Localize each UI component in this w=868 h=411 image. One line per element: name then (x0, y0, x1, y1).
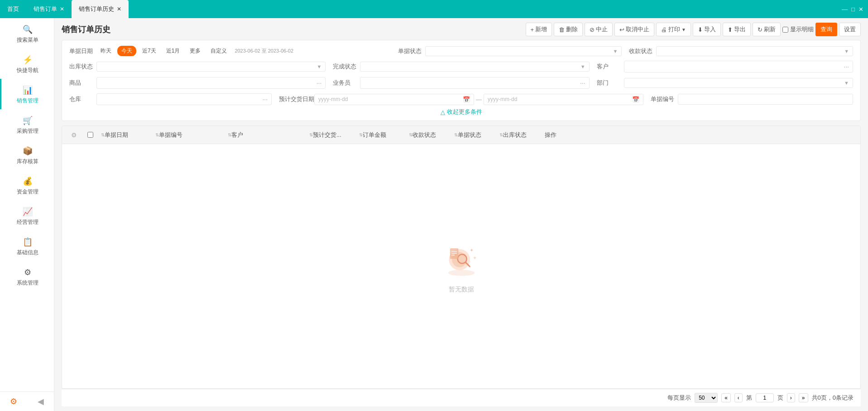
select-all-checkbox[interactable] (87, 132, 93, 138)
completion-status-dropdown[interactable]: ▼ (360, 62, 589, 72)
new-button[interactable]: + 新增 (526, 23, 552, 36)
th-checkbox[interactable] (82, 128, 98, 141)
settings-button[interactable]: 设置 (839, 23, 861, 36)
content-area: 销售订单历史 + 新增 🗑 删除 ⊘ 中止 ↩ 取消中止 (54, 18, 868, 411)
top-bar-right: — □ ✕ (842, 6, 868, 13)
filter-item-date: 单据日期 昨天 今天 近7天 近1月 更多 自定义 2023-06-02 至 2… (69, 46, 398, 56)
warehouse-label: 仓库 (69, 95, 96, 103)
sidebar-item-system[interactable]: ⚙ 系统管理 (0, 261, 54, 291)
tab-sales-order-history[interactable]: 销售订单历史 ✕ (72, 0, 129, 18)
table-footer: 每页显示 20 50 100 « ‹ 第 页 › » 共0页，0条记录 (62, 389, 861, 406)
salesperson-input[interactable]: ··· (360, 77, 589, 89)
next-page-btn[interactable]: › (787, 393, 795, 402)
first-page-btn[interactable]: « (721, 393, 731, 402)
import-button[interactable]: ⬇ 导入 (693, 23, 721, 36)
empty-illustration: ✦ ✦ (439, 239, 484, 280)
sidebar: 🔍 搜索菜单 ⚡ 快捷导航 📊 销售管理 🛒 采购管理 📦 库存核算 💰 资金管… (0, 18, 54, 411)
stop-button[interactable]: ⊘ 中止 (585, 23, 613, 36)
bill-number-field[interactable] (682, 96, 849, 102)
tab-sales-order[interactable]: 销售订单 ✕ (26, 0, 72, 18)
show-detail-input[interactable] (782, 27, 788, 33)
sidebar-purchase-label: 采购管理 (17, 127, 38, 135)
delivery-date-from-input[interactable] (318, 96, 463, 102)
inventory-icon: 📦 (23, 146, 33, 156)
export-label: 导出 (734, 25, 746, 34)
sidebar-item-purchase[interactable]: 🛒 采购管理 (0, 109, 54, 140)
page-size-select[interactable]: 20 50 100 (695, 393, 718, 403)
product-input[interactable]: ··· (96, 77, 326, 89)
date-tag-today[interactable]: 今天 (117, 46, 136, 56)
th-out-status[interactable]: ⇅ 出库状态 (497, 127, 542, 143)
top-bar: 首页 销售订单 ✕ 销售订单历史 ✕ — □ ✕ (0, 0, 868, 18)
sidebar-item-basic[interactable]: 📋 基础信息 (0, 231, 54, 261)
operation-icon: 📈 (23, 207, 33, 217)
filter-area: 单据日期 昨天 今天 近7天 近1月 更多 自定义 2023-06-02 至 2… (62, 40, 861, 121)
window-minimize-btn[interactable]: — (842, 6, 848, 13)
delivery-date-from[interactable]: 📅 (314, 94, 474, 105)
sidebar-item-quick-nav[interactable]: ⚡ 快捷导航 (0, 48, 54, 79)
th-customer[interactable]: ⇅ 客户 (225, 127, 307, 143)
import-icon: ⬇ (698, 26, 703, 33)
page-number-input[interactable] (756, 393, 774, 402)
th-settings[interactable]: ⚙ (66, 128, 82, 142)
collapse-up-icon: △ (441, 109, 445, 116)
th-bill-status[interactable]: ⇅ 单据状态 (451, 127, 497, 143)
bill-status-dropdown[interactable]: ▼ (425, 46, 622, 56)
prev-page-btn[interactable]: ‹ (734, 393, 743, 402)
sidebar-item-operation[interactable]: 📈 经营管理 (0, 200, 54, 231)
date-filter: 昨天 今天 近7天 近1月 更多 自定义 2023-06-02 至 2023-0… (96, 46, 398, 56)
window-maximize-btn[interactable]: □ (851, 6, 855, 13)
print-button[interactable]: 🖨 打印 ▼ (656, 23, 691, 36)
sales-icon: 📊 (23, 85, 33, 95)
tab-sales-order-close[interactable]: ✕ (60, 6, 64, 12)
new-label: 新增 (535, 25, 547, 34)
th-delivery[interactable]: ⇅ 预计交货... (307, 127, 356, 143)
sidebar-item-inventory[interactable]: 📦 库存核算 (0, 140, 54, 170)
th-pay-status[interactable]: ⇅ 收款状态 (406, 127, 451, 143)
th-number-sort-icon: ⇅ (155, 132, 159, 137)
tab-home[interactable]: 首页 (0, 0, 26, 18)
date-tag-custom[interactable]: 自定义 (206, 46, 231, 56)
window-close-btn[interactable]: ✕ (858, 6, 863, 13)
out-status-dropdown[interactable]: ▼ (96, 62, 326, 72)
th-number[interactable]: ⇅ 单据编号 (153, 127, 225, 143)
th-amount[interactable]: ⇅ 订单金额 (356, 127, 406, 143)
department-dropdown[interactable]: ▼ (624, 78, 853, 88)
date-tag-more[interactable]: 更多 (186, 46, 205, 56)
sidebar-item-search[interactable]: 🔍 搜索菜单 (0, 18, 54, 48)
sidebar-settings-btn[interactable]: ⚙ (10, 396, 17, 406)
last-page-btn[interactable]: » (799, 393, 808, 402)
out-status-arrow-icon: ▼ (317, 64, 321, 69)
delivery-date-to-input[interactable] (488, 96, 632, 102)
th-date[interactable]: ⇅ 单据日期 (98, 127, 153, 143)
refresh-icon: ↻ (758, 26, 762, 33)
customer-input[interactable]: ··· (624, 61, 853, 73)
th-amount-label: 订单金额 (363, 131, 386, 139)
delivery-date-to[interactable]: 📅 (484, 94, 643, 105)
th-pay-status-sort-icon: ⇅ (409, 132, 412, 137)
query-button[interactable]: 查询 (815, 23, 837, 36)
filter-item-pay-status: 收款状态 ▼ (629, 46, 853, 56)
warehouse-input[interactable]: ··· (96, 93, 272, 105)
collapse-filter-btn[interactable]: △ 收起更多条件 (69, 107, 853, 117)
date-tag-1month[interactable]: 近1月 (162, 46, 184, 56)
sidebar-item-sales[interactable]: 📊 销售管理 (0, 79, 54, 109)
sidebar-collapse-btn[interactable]: ◀ (38, 396, 44, 406)
purchase-icon: 🛒 (23, 116, 33, 126)
th-action-label: 操作 (545, 131, 556, 139)
finance-icon: 💰 (23, 176, 33, 186)
pay-status-dropdown[interactable]: ▼ (656, 46, 853, 56)
bill-number-input[interactable] (678, 94, 853, 105)
refresh-button[interactable]: ↻ 刷新 (753, 23, 781, 36)
date-tag-yesterday[interactable]: 昨天 (96, 46, 115, 56)
sidebar-item-finance[interactable]: 💰 资金管理 (0, 170, 54, 200)
tab-sales-order-history-close[interactable]: ✕ (117, 6, 121, 12)
date-tag-7days[interactable]: 近7天 (138, 46, 160, 56)
warehouse-ellipsis-icon: ··· (262, 96, 268, 103)
cancel-stop-button[interactable]: ↩ 取消中止 (614, 23, 654, 36)
export-button[interactable]: ⬆ 导出 (723, 23, 751, 36)
show-detail-checkbox[interactable]: 显示明细 (782, 25, 814, 34)
product-label: 商品 (69, 79, 96, 87)
delete-button[interactable]: 🗑 删除 (554, 23, 583, 36)
cancel-stop-label: 取消中止 (626, 25, 649, 34)
